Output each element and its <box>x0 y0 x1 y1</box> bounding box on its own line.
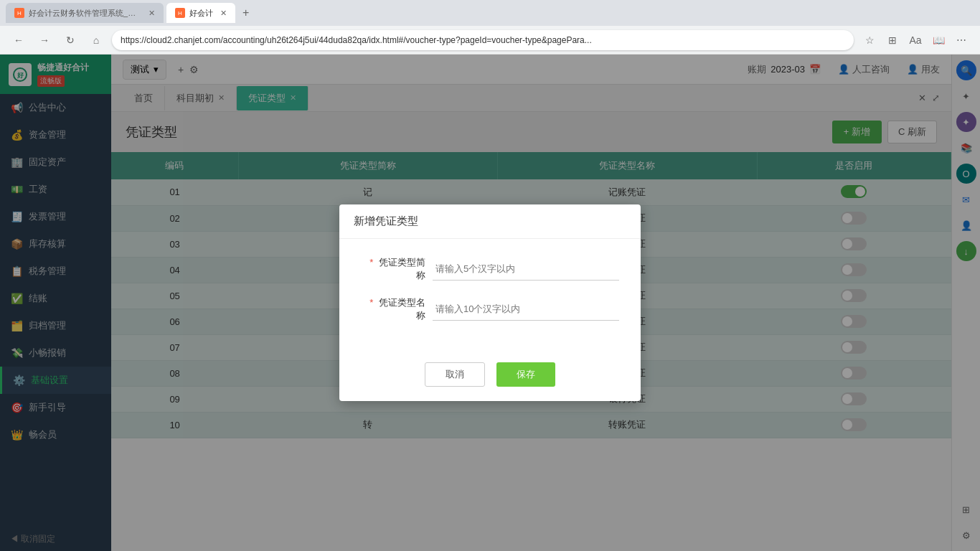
form-row-name: * 凭证类型名称 <box>361 296 619 322</box>
address-bar: ← → ↻ ⌂ ☆ ⊞ Aa 📖 ⋯ <box>0 26 980 55</box>
modal-body: * 凭证类型简称 * 凭证类型名称 <box>339 239 641 354</box>
back-button[interactable]: ← <box>9 30 29 50</box>
tab-actions-button[interactable]: ⊞ <box>882 30 903 50</box>
cancel-button[interactable]: 取消 <box>425 362 485 387</box>
forward-button[interactable]: → <box>34 30 55 50</box>
new-tab-button[interactable]: + <box>238 6 253 19</box>
name-required-mark: * <box>369 297 373 308</box>
address-input[interactable] <box>112 30 854 50</box>
tab-close-1[interactable]: ✕ <box>149 9 155 18</box>
zoom-button[interactable]: Aa <box>905 30 925 50</box>
tab-close-2[interactable]: ✕ <box>220 9 227 18</box>
save-button[interactable]: 保存 <box>496 362 555 387</box>
tab-bar: H 好会计云财务软件管理系统_会计 ✕ H 好会计 ✕ + <box>0 0 980 26</box>
modal-title: 新增凭证类型 <box>354 215 418 228</box>
favorites-button[interactable]: ☆ <box>859 30 880 50</box>
tab-favicon-2: H <box>175 8 185 18</box>
home-button[interactable]: ⌂ <box>86 30 106 50</box>
add-voucher-type-modal: 新增凭证类型 * 凭证类型简称 * 凭证类型名称 取消 保存 <box>339 204 641 401</box>
abbr-input[interactable] <box>433 258 619 281</box>
modal-header: 新增凭证类型 <box>339 204 641 239</box>
name-input[interactable] <box>433 298 619 321</box>
tab-label-2: 好会计 <box>189 8 213 19</box>
browser-menu-button[interactable]: ⋯ <box>951 30 971 50</box>
abbr-label: * 凭证类型简称 <box>361 256 433 282</box>
reading-mode-button[interactable]: 📖 <box>928 30 948 50</box>
tab-favicon-1: H <box>14 8 24 18</box>
browser-tab-2[interactable]: H 好会计 ✕ <box>166 3 235 23</box>
modal-overlay: 新增凭证类型 * 凭证类型简称 * 凭证类型名称 取消 保存 <box>0 55 980 551</box>
tab-label-1: 好会计云财务软件管理系统_会计 <box>29 8 141 19</box>
browser-chrome: H 好会计云财务软件管理系统_会计 ✕ H 好会计 ✕ + ← → ↻ ⌂ ☆ … <box>0 0 980 55</box>
refresh-button[interactable]: ↻ <box>60 30 80 50</box>
form-row-abbr: * 凭证类型简称 <box>361 256 619 282</box>
browser-tab-1[interactable]: H 好会计云财务软件管理系统_会计 ✕ <box>6 3 164 23</box>
abbr-required-mark: * <box>369 257 373 268</box>
browser-actions: ☆ ⊞ Aa 📖 ⋯ <box>859 30 971 50</box>
modal-footer: 取消 保存 <box>339 354 641 401</box>
name-label: * 凭证类型名称 <box>361 296 433 322</box>
